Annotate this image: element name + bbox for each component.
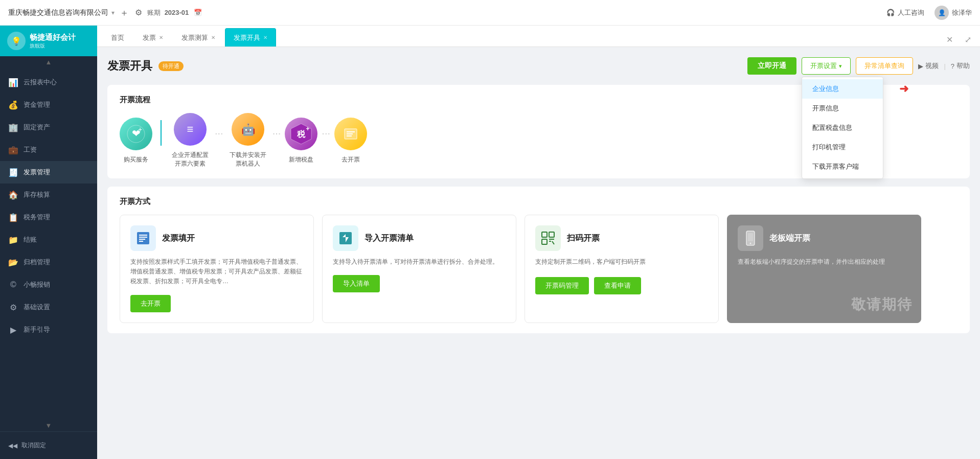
flow-step-1[interactable]: ❤ + 购买服务 (120, 118, 152, 164)
flow-icon-1: ❤ + (120, 118, 152, 150)
sidebar-item-cloud-report[interactable]: 📊 云报表中心 (0, 71, 97, 94)
flow-step-5[interactable]: 去开票 (334, 118, 367, 164)
tab-invoice-calc-label: 发票测算 (181, 33, 208, 42)
card-import-header: 导入开票清单 (333, 225, 506, 251)
tab-expand-btn[interactable]: ⤢ (961, 32, 975, 47)
svg-text:税: 税 (297, 129, 306, 139)
card-fill-desc: 支持按照发票样式手工填开发票；可开具增值税电子普通发票、增值税普通发票、增值税专… (130, 257, 303, 287)
inventory-icon: 🏠 (8, 190, 18, 200)
tab-close-btn[interactable]: ✕ (942, 32, 956, 47)
card-fill-btn[interactable]: 去开票 (130, 295, 171, 312)
payment-card-fill: 发票填开 支持按照发票样式手工填开发票；可开具增值税电子普通发票、增值税普通发票… (120, 215, 314, 323)
sidebar-item-label: 固定资产 (24, 123, 50, 132)
tab-invoice-calc-close[interactable]: ✕ (211, 35, 215, 40)
company-selector[interactable]: 重庆畅捷交通信息咨询有限公司 ▾ (8, 8, 115, 17)
top-bar-right: 🎧 人工咨询 👤 徐泽华 (886, 6, 972, 20)
tab-home-label: 首页 (111, 33, 124, 42)
tab-invoice-issue[interactable]: 发票开具 ✕ (225, 28, 276, 47)
company-name: 重庆畅捷交通信息咨询有限公司 (8, 8, 108, 17)
cloud-report-icon: 📊 (8, 77, 18, 87)
top-bar-actions: ＋ ⚙ (120, 7, 142, 19)
flow-step-label-5: 去开票 (341, 155, 360, 164)
tab-invoice[interactable]: 发票 ✕ (134, 28, 172, 47)
card-scan-btn2[interactable]: 查看申请 (594, 277, 641, 294)
tab-home[interactable]: 首页 (102, 28, 133, 47)
sidebar-item-guide[interactable]: ▶ 新手引导 (0, 318, 97, 341)
logo-icon: 💡 (7, 32, 26, 50)
svg-text:≡: ≡ (187, 123, 194, 135)
card-scan-btn1[interactable]: 开票码管理 (535, 277, 589, 294)
settings-icon[interactable]: ⚙ (135, 8, 142, 17)
svg-line-23 (552, 241, 554, 244)
logo-subtitle: 旗舰版 (30, 42, 76, 50)
flow-step-label-1: 购买服务 (124, 155, 148, 164)
tab-invoice-calc[interactable]: 发票测算 ✕ (173, 28, 224, 47)
settings-dropdown-container: 开票设置 ▾ 企业信息 ➜ 开票信息 (802, 57, 851, 75)
sidebar-item-fund-mgmt[interactable]: 💰 资金管理 (0, 94, 97, 116)
period-label: 账期 2023-01 📅 (147, 8, 202, 17)
red-arrow-indicator: ➜ (899, 82, 908, 96)
help-section[interactable]: 🎧 人工咨询 (886, 8, 924, 17)
card-scan-icon (535, 225, 561, 251)
sidebar-item-label: 小畅报销 (24, 280, 50, 289)
dropdown-item-download-client[interactable]: 下载开票客户端 (802, 157, 883, 176)
sidebar: 💡 畅捷通好会计 旗舰版 ▲ 📊 云报表中心 💰 资金管理 🏢 固定资产 💼 (0, 26, 97, 459)
payment-section-title: 开票方式 (120, 197, 958, 206)
flow-arrow-3: ··· (272, 127, 281, 139)
calendar-icon[interactable]: 📅 (194, 9, 202, 16)
headset-icon: 🎧 (886, 9, 895, 16)
dropdown-item-company-info[interactable]: 企业信息 ➜ (802, 79, 883, 99)
page-content: 发票开具 待开通 立即开通 开票设置 ▾ 企业信息 (97, 47, 980, 459)
dropdown-item-label: 下载开票客户端 (812, 163, 859, 170)
svg-text:+: + (138, 125, 142, 133)
card-scan-header: 扫码开票 (535, 225, 708, 251)
flow-arrow-2: ··· (215, 127, 223, 139)
sidebar-scroll-down[interactable]: ▼ (0, 420, 97, 431)
sidebar-logo: 💡 畅捷通好会计 旗舰版 (0, 26, 97, 56)
import-icon (337, 230, 354, 246)
sidebar-item-archive[interactable]: 📂 归档管理 (0, 251, 97, 273)
tab-invoice-close[interactable]: ✕ (159, 35, 163, 40)
help-button[interactable]: ? 帮助 (951, 61, 970, 71)
dropdown-item-printer[interactable]: 打印机管理 (802, 137, 883, 157)
sidebar-item-inventory[interactable]: 🏠 库存核算 (0, 183, 97, 206)
add-icon[interactable]: ＋ (120, 7, 129, 19)
svg-point-26 (750, 243, 751, 244)
sidebar-item-checkout[interactable]: 📁 结账 (0, 228, 97, 251)
user-icon: 👤 (938, 9, 946, 16)
flow-step-4[interactable]: 税 + 新增税盘 (285, 118, 317, 164)
flow-step-2[interactable]: ≡ 企业开通配置开票六要素 (170, 113, 211, 168)
sidebar-item-invoice-mgmt[interactable]: 🧾 发票管理 (0, 161, 97, 183)
sidebar-item-tax[interactable]: 📋 税务管理 (0, 206, 97, 228)
mobile-icon (742, 230, 759, 246)
settings-dropdown-menu: 企业信息 ➜ 开票信息 配置税盘信息 打印机管理 (802, 77, 883, 179)
activate-button[interactable]: 立即开通 (747, 57, 796, 75)
dropdown-item-tax-config[interactable]: 配置税盘信息 (802, 118, 883, 137)
dropdown-item-label: 配置税盘信息 (812, 124, 852, 131)
sidebar-item-expense[interactable]: © 小畅报销 (0, 273, 97, 296)
tab-invoice-label: 发票 (143, 33, 156, 42)
tab-invoice-issue-close[interactable]: ✕ (263, 35, 267, 40)
qr-scan-icon (540, 230, 556, 246)
sidebar-item-label: 新手引导 (24, 325, 50, 334)
main-layout: 💡 畅捷通好会计 旗舰版 ▲ 📊 云报表中心 💰 资金管理 🏢 固定资产 💼 (0, 26, 980, 459)
title-actions: 立即开通 开票设置 ▾ 企业信息 ➜ (747, 57, 970, 75)
sidebar-item-label: 库存核算 (24, 190, 50, 199)
fund-icon: 💰 (8, 100, 18, 110)
sidebar-item-salary[interactable]: 💼 工资 (0, 139, 97, 161)
cancel-pin-label: 取消固定 (21, 441, 46, 450)
invoice-go-icon (341, 125, 360, 143)
user-info[interactable]: 👤 徐泽华 (935, 6, 972, 20)
exception-list-button[interactable]: 异常清单查询 (856, 57, 913, 75)
video-button[interactable]: ▶ 视频 (918, 61, 939, 71)
cancel-pin-button[interactable]: ◀◀ 取消固定 (0, 436, 97, 455)
dropdown-item-invoice-info[interactable]: 开票信息 (802, 99, 883, 118)
sidebar-item-basic-settings[interactable]: ⚙ 基础设置 (0, 296, 97, 318)
video-label: 视频 (925, 61, 939, 71)
sidebar-item-fixed-assets[interactable]: 🏢 固定资产 (0, 116, 97, 139)
dropdown-item-label: 企业信息 (812, 85, 839, 93)
settings-button[interactable]: 开票设置 ▾ (802, 57, 851, 75)
card-import-btn[interactable]: 导入清单 (333, 275, 380, 292)
sidebar-scroll-up[interactable]: ▲ (0, 56, 97, 68)
flow-step-3[interactable]: 🤖 下载并安装开票机器人 (227, 113, 268, 168)
